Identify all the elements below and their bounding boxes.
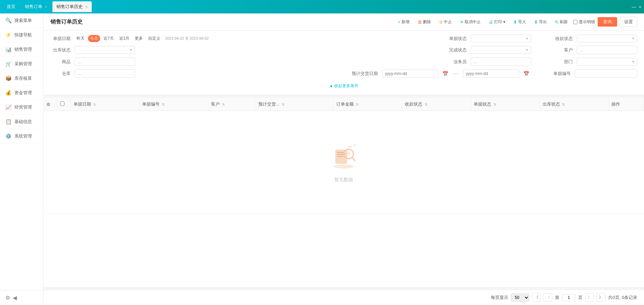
th-order-status[interactable]: 单据状态 ⇅ (471, 98, 540, 111)
tab-home-label: 首页 (7, 4, 15, 10)
display-toggle-label: 显示明细 (579, 19, 595, 25)
date-btn-1month[interactable]: 近1月 (117, 35, 132, 42)
refresh-button[interactable]: ↻ 刷新 (552, 18, 570, 26)
filter-row-1: 单据日期 昨天 今天 近7天 近1月 更多 自定义 2023-06-02 至 2… (50, 35, 637, 42)
order-no-input[interactable] (575, 69, 637, 78)
delivery-end-cal-icon[interactable]: 📅 (523, 71, 529, 76)
sidebar-item-finance-mgmt[interactable]: 💰 资金管理 (0, 86, 43, 100)
sidebar-item-ops-mgmt[interactable]: 📈 经营管理 (0, 100, 43, 115)
th-out-status[interactable]: 出库状态 ⇅ (540, 98, 608, 111)
import-button[interactable]: ⬇ 导入 (511, 18, 529, 26)
sidebar-item-purchase-mgmt-label: 采购管理 (14, 61, 32, 67)
date-btn-today[interactable]: 今天 (88, 35, 100, 42)
table-header: ⚙ 单据日期 ⇅ 单据编号 ⇅ (44, 98, 644, 111)
th-delivery-date[interactable]: 预计交货... ⇅ (256, 98, 333, 111)
data-table: ⚙ 单据日期 ⇅ 单据编号 ⇅ (44, 98, 644, 214)
last-page-icon: 》 (599, 295, 603, 300)
tab-sales-order-history[interactable]: 销售订单历史 × (52, 1, 91, 12)
filter-row-3: 商品 ... 业务员 ... 部门 ▾ (50, 58, 637, 66)
top-bar-right: — × (632, 4, 641, 9)
sidebar-item-inventory-calc[interactable]: 📦 库存核算 (0, 71, 43, 86)
sidebar-item-purchase-mgmt[interactable]: 🛒 采购管理 (0, 57, 43, 71)
display-toggle[interactable]: 显示明细 (573, 19, 595, 25)
svg-rect-2 (337, 152, 344, 153)
empty-state: 暂无数据 (46, 114, 641, 210)
cancel-stop-button[interactable]: ✕ 取消中止 (457, 18, 483, 26)
th-amount[interactable]: 订单金额 ⇅ (333, 98, 402, 111)
dept-select[interactable]: ▾ (577, 58, 637, 66)
tab-sales-order-history-close[interactable]: × (85, 5, 87, 9)
product-input[interactable]: ... (75, 58, 135, 66)
sidebar-settings-icon[interactable]: ⚙ (5, 295, 10, 301)
sidebar-item-sales-mgmt[interactable]: 📊 销售管理 (0, 42, 43, 57)
print-label: 打印 ▾ (494, 19, 505, 25)
page-number-input[interactable] (562, 294, 575, 301)
window-close[interactable]: × (639, 4, 641, 9)
date-btn-7days[interactable]: 近7天 (101, 35, 116, 42)
window-minimize[interactable]: — (632, 4, 636, 9)
sidebar-item-quick-nav-label: 快捷导航 (14, 32, 32, 38)
th-operation: 操作 (608, 98, 644, 111)
th-order-date[interactable]: 单据日期 ⇅ (71, 98, 139, 111)
date-label: 单据日期 (50, 36, 71, 42)
settings-button[interactable]: 设置 (620, 17, 637, 27)
tab-sales-order-close[interactable]: × (45, 5, 47, 9)
last-page-button[interactable]: 》 (597, 293, 605, 302)
export-button[interactable]: ⬆ 导出 (531, 18, 550, 26)
th-settings[interactable]: ⚙ (44, 98, 57, 111)
search-menu-icon: 🔍 (5, 17, 12, 24)
sidebar-collapse-icon[interactable]: ◀ (13, 295, 17, 301)
customer-input[interactable]: ... (577, 46, 637, 54)
query-button[interactable]: 查询 (598, 17, 617, 27)
complete-status-select[interactable]: ▾ (471, 46, 531, 54)
first-page-button[interactable]: 《 (532, 293, 541, 302)
date-btn-more[interactable]: 更多 (133, 35, 145, 42)
pay-status-select[interactable]: ▾ (577, 35, 637, 42)
select-all-checkbox[interactable] (60, 102, 65, 106)
delete-button[interactable]: 🗑 删除 (415, 18, 434, 26)
stop-button[interactable]: ⊘ 中止 (436, 18, 455, 26)
page-size-select[interactable]: 50 10 20 100 (511, 294, 529, 302)
th-checkbox[interactable] (57, 98, 71, 111)
date-btn-yesterday[interactable]: 昨天 (75, 35, 87, 42)
th-pay-status[interactable]: 收款状态 ⇅ (402, 98, 471, 111)
display-toggle-checkbox[interactable] (573, 20, 577, 24)
tab-sales-order[interactable]: 销售订单 × (21, 1, 51, 12)
sidebar: 🔍 搜索菜单 ⚡ 快捷导航 📊 销售管理 🛒 采购管理 📦 库存核算 💰 资金管… (0, 13, 44, 305)
next-page-button[interactable]: 〉 (585, 293, 594, 302)
th-order-no[interactable]: 单据编号 ⇅ (139, 98, 208, 111)
delete-icon: 🗑 (418, 20, 422, 25)
add-button[interactable]: + 新增 (395, 18, 412, 26)
tab-home[interactable]: 首页 (3, 1, 19, 12)
sidebar-item-basic-info[interactable]: 📋 基础信息 (0, 115, 43, 129)
delivery-end-input[interactable] (463, 70, 519, 78)
gear-icon[interactable]: ⚙ (46, 102, 50, 107)
main-layout: 🔍 搜索菜单 ⚡ 快捷导航 📊 销售管理 🛒 采购管理 📦 库存核算 💰 资金管… (0, 13, 644, 305)
sidebar-item-sys-mgmt[interactable]: ⚙️ 系统管理 (0, 129, 43, 144)
date-group: 昨天 今天 近7天 近1月 更多 自定义 2023-06-02 至 2023-0… (75, 35, 209, 42)
add-label: 新增 (401, 19, 410, 25)
sidebar-item-quick-nav[interactable]: ⚡ 快捷导航 (0, 28, 43, 42)
salesman-dots: ... (474, 59, 477, 64)
sidebar-item-basic-info-label: 基础信息 (14, 119, 32, 125)
table-area: ⚙ 单据日期 ⇅ 单据编号 ⇅ (44, 98, 644, 287)
content-area: 销售订单历史 + 新增 🗑 删除 ⊘ 中止 ✕ 取消中止 (44, 13, 644, 305)
th-customer[interactable]: 客户 ⇅ (208, 98, 256, 111)
print-button[interactable]: 🖨 打印 ▾ (486, 18, 508, 26)
finance-mgmt-icon: 💰 (5, 90, 12, 96)
sidebar-item-search-menu[interactable]: 🔍 搜索菜单 (0, 13, 43, 28)
export-label: 导出 (539, 19, 547, 25)
delivery-start-input[interactable] (382, 70, 438, 78)
collapse-text: ▲ 收起更多条件 (329, 83, 358, 88)
warehouse-dots: ... (78, 71, 81, 76)
ops-mgmt-icon: 📈 (5, 104, 12, 110)
warehouse-input[interactable]: ... (75, 69, 135, 78)
date-btn-custom[interactable]: 自定义 (146, 35, 162, 42)
order-status-select[interactable]: ▾ (471, 35, 531, 42)
delivery-start-cal-icon[interactable]: 📅 (442, 71, 448, 76)
product-dots: ... (78, 59, 81, 64)
out-status-select[interactable]: ▾ (75, 46, 135, 54)
salesman-input[interactable]: ... (471, 58, 531, 66)
collapse-bar[interactable]: ▲ 收起更多条件 (50, 81, 637, 91)
prev-page-button[interactable]: 〈 (544, 293, 552, 302)
